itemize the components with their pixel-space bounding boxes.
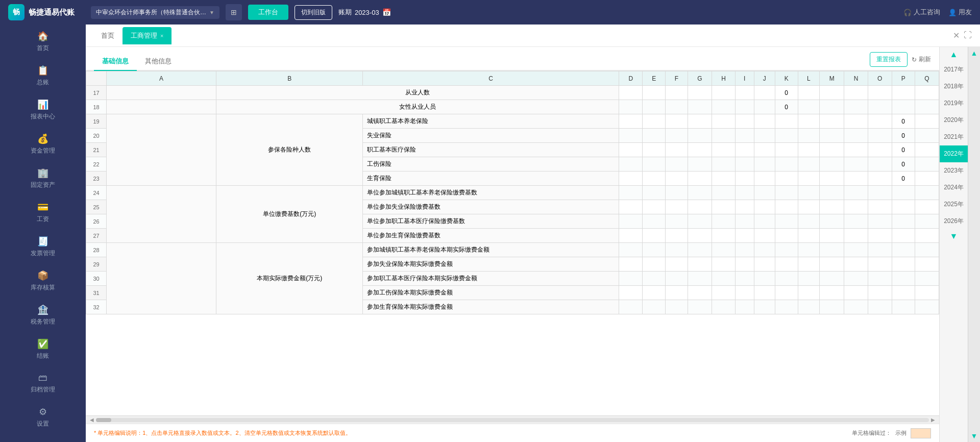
cell-30-o[interactable] [868,272,892,286]
window-expand-icon[interactable]: ⛶ [964,31,972,40]
cell-25-e[interactable] [643,200,666,214]
scroll-right-arrow[interactable]: ▶ [929,417,937,423]
cell-26-g[interactable] [688,214,712,229]
cell-19-p[interactable]: 0 [892,114,915,129]
cell-27-l[interactable] [798,229,819,243]
switch-version-button[interactable]: 切到旧版 [295,5,332,20]
cell-19-a[interactable] [107,114,216,186]
cell-31-p[interactable] [892,286,915,300]
cell-21-k[interactable] [775,143,798,157]
cell-20-k[interactable] [775,129,798,143]
cell-30-i[interactable] [736,272,754,286]
cell-29-j[interactable] [754,257,775,272]
company-selector[interactable]: 中审众环会计师事务所（特殊普通合伙… ▼ [91,6,219,19]
cell-24-m[interactable] [820,186,844,200]
cell-24-e[interactable] [643,186,666,200]
cell-24-g[interactable] [688,186,712,200]
sidebar-item-closing[interactable]: ✅ 结账 [0,332,86,366]
cell-18-f[interactable] [666,100,688,114]
sidebar-item-home[interactable]: 🏠 首页 [0,24,86,59]
cell-23-g[interactable] [688,171,712,186]
cell-22-f[interactable] [666,157,688,171]
cell-27-k[interactable] [775,229,798,243]
cell-22-q[interactable] [915,157,939,171]
cell-19-e[interactable] [643,114,666,129]
cell-30-p[interactable] [892,272,915,286]
year-nav-down[interactable]: ▼ [940,230,968,243]
cell-31-f[interactable] [666,286,688,300]
cell-19-n[interactable] [844,114,868,129]
cell-18-a[interactable] [107,100,216,114]
sidebar-item-funds[interactable]: 💰 资金管理 [0,127,86,161]
cell-28-o[interactable] [868,243,892,257]
collapse-down-arrow[interactable]: ▼ [969,430,980,442]
cell-30-e[interactable] [643,272,666,286]
cell-22-g[interactable] [688,157,712,171]
collapse-up-arrow[interactable]: ▲ [969,47,980,59]
cell-27-e[interactable] [643,229,666,243]
cell-23-l[interactable] [798,171,819,186]
cell-22-k[interactable] [775,157,798,171]
cell-30-q[interactable] [915,272,939,286]
cell-17-g[interactable] [688,86,712,100]
cell-32-q[interactable] [915,300,939,314]
cell-21-m[interactable] [820,143,844,157]
cell-24-o[interactable] [868,186,892,200]
year-item-2022[interactable]: 2022年 [940,145,968,162]
cell-23-k[interactable] [775,171,798,186]
sidebar-item-settings[interactable]: ⚙ 设置 [0,400,86,434]
cell-31-n[interactable] [844,286,868,300]
cell-17-p[interactable] [892,86,915,100]
cell-29-o[interactable] [868,257,892,272]
cell-24-k[interactable] [775,186,798,200]
cell-27-p[interactable] [892,229,915,243]
window-close-icon[interactable]: ✕ [953,31,960,40]
sidebar-item-inventory[interactable]: 📦 库存核算 [0,264,86,298]
year-item-2019[interactable]: 2019年 [940,95,968,112]
cell-28-f[interactable] [666,243,688,257]
cell-22-d[interactable] [619,157,643,171]
cell-25-p[interactable] [892,200,915,214]
cell-17-f[interactable] [666,86,688,100]
cell-23-h[interactable] [712,171,736,186]
cell-27-n[interactable] [844,229,868,243]
cell-21-n[interactable] [844,143,868,157]
sidebar-item-archive[interactable]: 🗃 归档管理 [0,366,86,400]
cell-26-q[interactable] [915,214,939,229]
cell-18-l[interactable] [798,100,819,114]
cell-18-b[interactable]: 女性从业人员 [216,100,619,114]
cell-21-q[interactable] [915,143,939,157]
cell-28-i[interactable] [736,243,754,257]
cell-19-j[interactable] [754,114,775,129]
cell-26-h[interactable] [712,214,736,229]
cell-22-i[interactable] [736,157,754,171]
cell-27-g[interactable] [688,229,712,243]
copy-button[interactable]: ⊞ [226,4,242,20]
cell-24-j[interactable] [754,186,775,200]
cell-21-d[interactable] [619,143,643,157]
cell-18-o[interactable] [868,100,892,114]
cell-20-n[interactable] [844,129,868,143]
scroll-thumb[interactable] [96,418,111,422]
tab-home[interactable]: 首页 [94,26,121,45]
cell-20-d[interactable] [619,129,643,143]
year-item-2020[interactable]: 2020年 [940,112,968,129]
cell-31-c[interactable]: 参加工伤保险本期实际缴费金额 [363,286,619,300]
cell-25-c[interactable]: 单位参加失业保险缴费基数 [363,200,619,214]
cell-29-n[interactable] [844,257,868,272]
cell-31-i[interactable] [736,286,754,300]
cell-23-e[interactable] [643,171,666,186]
cell-19-m[interactable] [820,114,844,129]
cell-32-j[interactable] [754,300,775,314]
cell-25-i[interactable] [736,200,754,214]
cell-24-c[interactable]: 单位参加城镇职工基本养老保险缴费基数 [363,186,619,200]
cell-20-f[interactable] [666,129,688,143]
cell-32-k[interactable] [775,300,798,314]
cell-23-f[interactable] [666,171,688,186]
cell-27-h[interactable] [712,229,736,243]
scroll-left-arrow[interactable]: ◀ [88,417,96,423]
cell-29-m[interactable] [820,257,844,272]
cell-23-m[interactable] [820,171,844,186]
cell-20-l[interactable] [798,129,819,143]
cell-18-h[interactable] [712,100,736,114]
